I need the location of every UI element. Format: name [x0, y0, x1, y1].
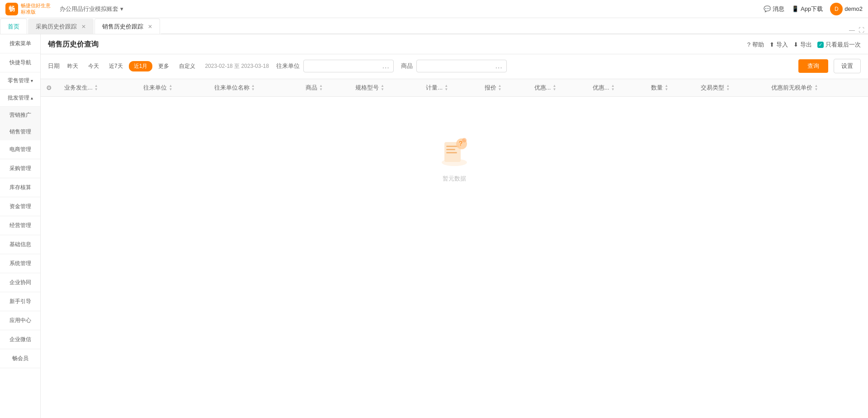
sidebar-item-retail-mgmt[interactable]: 零售管理 ▾ — [0, 72, 40, 90]
sidebar-item-purchase-mgmt[interactable]: 采购管理 — [0, 159, 40, 178]
sidebar-item-quick-nav[interactable]: 快捷导航 — [0, 53, 40, 72]
help-button[interactable]: ? 帮助 — [747, 41, 764, 49]
sidebar-item-vip[interactable]: 畅会员 — [0, 349, 40, 368]
counterparty-input[interactable]: ... — [303, 60, 394, 72]
filter-row-1: 日期 昨天 今天 近7天 近1月 更多 自定义 2023-02-18 至 202… — [48, 59, 861, 73]
product-filter-group: 商品 ... — [401, 60, 507, 72]
import-icon: ⬆ — [769, 41, 774, 48]
logo-icon: 畅 — [5, 3, 18, 15]
sort-arrows-counterparty-name: ▲▼ — [251, 84, 255, 91]
sidebar-item-operations[interactable]: 经营管理 — [0, 216, 40, 235]
filter-bar: 日期 昨天 今天 近7天 近1月 更多 自定义 2023-02-18 至 202… — [41, 54, 868, 79]
workspace-selector[interactable]: 办公用品行业模拟账套 ▾ — [60, 5, 123, 13]
mobile-icon: 📱 — [792, 5, 799, 12]
app-download-button[interactable]: 📱 App下载 — [792, 5, 823, 13]
minimize-icon[interactable]: — — [849, 27, 855, 33]
date-btn-more[interactable]: 更多 — [154, 61, 173, 71]
th-unit[interactable]: 计量... ▲▼ — [420, 79, 479, 97]
top-bar: 畅 畅捷信好生意 标准版 办公用品行业模拟账套 ▾ 💬 消息 📱 App下载 D… — [0, 0, 868, 18]
tab-home[interactable]: 首页 — [0, 19, 27, 34]
th-trade-type[interactable]: 交易类型 ▲▼ — [695, 79, 766, 97]
sidebar-item-system-mgmt[interactable]: 系统管理 — [0, 254, 40, 273]
sort-arrows-pre-tax-price: ▲▼ — [814, 84, 818, 91]
sort-arrows-spec: ▲▼ — [381, 84, 384, 91]
chat-button[interactable]: 💬 消息 — [764, 5, 784, 13]
last-only-checkbox[interactable]: ✓ 只看最后一次 — [817, 41, 861, 49]
sidebar-item-inventory[interactable]: 库存核算 — [0, 178, 40, 197]
tab-close-purchase[interactable]: ✕ — [81, 24, 86, 30]
sort-arrows-discount1: ▲▼ — [552, 84, 556, 91]
empty-text: 暂元数据 — [443, 175, 466, 183]
page-actions: ? 帮助 ⬆ 导入 ⬇ 导出 ✓ 只看最后一次 — [747, 41, 861, 49]
tab-bar: 首页 采购历史价跟踪 ✕ 销售历史价跟踪 ✕ — ⛶ — [0, 18, 868, 34]
svg-rect-4 — [446, 152, 457, 153]
th-discount2[interactable]: 优惠... ▲▼ — [587, 79, 646, 97]
th-quote[interactable]: 报价 ▲▼ — [479, 79, 529, 97]
sort-arrows-unit: ▲▼ — [444, 84, 448, 91]
chat-icon: 💬 — [764, 5, 771, 12]
date-buttons: 昨天 今天 近7天 近1月 更多 自定义 — [63, 61, 199, 71]
date-label: 日期 — [48, 62, 60, 70]
export-button[interactable]: ⬇ 导出 — [793, 41, 812, 49]
date-btn-7days[interactable]: 近7天 — [105, 61, 127, 71]
date-btn-yesterday[interactable]: 昨天 — [63, 61, 82, 71]
chevron-up-icon: ▴ — [31, 95, 33, 100]
tab-sales-history[interactable]: 销售历史价跟踪 ✕ — [94, 19, 160, 34]
help-icon: ? — [747, 41, 750, 48]
sidebar-item-enterprise-collab[interactable]: 企业协同 — [0, 273, 40, 292]
avatar: D — [830, 3, 843, 15]
page-title-row: 销售历史价查询 ? 帮助 ⬆ 导入 ⬇ 导出 ✓ — [48, 40, 861, 54]
svg-point-7 — [462, 138, 467, 142]
logo-area: 畅 畅捷信好生意 标准版 — [5, 3, 51, 15]
data-table: ⚙ 业务发生... ▲▼ 往来单位 ▲▼ — [41, 79, 868, 97]
th-product[interactable]: 商品 ▲▼ — [300, 79, 350, 97]
search-button[interactable]: 查询 — [798, 59, 828, 73]
th-spec[interactable]: 规格型号 ▲▼ — [350, 79, 420, 97]
th-biz-date[interactable]: 业务发生... ▲▼ — [59, 79, 138, 97]
th-pre-tax-price[interactable]: 优惠前无税单价 ▲▼ — [766, 79, 868, 97]
sort-arrows-qty: ▲▼ — [665, 84, 668, 91]
date-btn-custom[interactable]: 自定义 — [175, 61, 199, 71]
main-layout: 搜索菜单 快捷导航 零售管理 ▾ 批发管理 ▴ 营销推广 销售管理 电商管理 采… — [0, 34, 868, 418]
page-header: 销售历史价查询 ? 帮助 ⬆ 导入 ⬇ 导出 ✓ — [41, 34, 868, 54]
th-settings[interactable]: ⚙ — [41, 79, 59, 97]
tab-close-sales[interactable]: ✕ — [148, 24, 152, 30]
filter-settings-button[interactable]: 设置 — [834, 59, 861, 73]
sidebar-item-enterprise-wechat[interactable]: 企业微信 — [0, 330, 40, 349]
svg-text:?: ? — [459, 140, 462, 147]
th-qty[interactable]: 数量 ▲▼ — [646, 79, 695, 97]
maximize-icon[interactable]: ⛶ — [859, 27, 864, 33]
export-icon: ⬇ — [793, 41, 798, 48]
user-menu[interactable]: D demo2 — [830, 3, 863, 15]
top-bar-right: 💬 消息 📱 App下载 D demo2 — [764, 3, 863, 15]
import-button[interactable]: ⬆ 导入 — [769, 41, 788, 49]
date-btn-today[interactable]: 今天 — [84, 61, 103, 71]
sidebar-item-new-guide[interactable]: 新手引导 — [0, 292, 40, 311]
gear-icon[interactable]: ⚙ — [46, 84, 52, 91]
sidebar: 搜索菜单 快捷导航 零售管理 ▾ 批发管理 ▴ 营销推广 销售管理 电商管理 采… — [0, 34, 41, 418]
product-input[interactable]: ... — [416, 60, 507, 72]
sidebar-item-sales-mgmt[interactable]: 销售管理 — [0, 124, 40, 140]
sidebar-item-finance[interactable]: 资金管理 — [0, 197, 40, 216]
counterparty-filter-group: 往来单位 ... — [276, 60, 394, 72]
sidebar-item-basic-info[interactable]: 基础信息 — [0, 235, 40, 254]
product-label: 商品 — [401, 62, 413, 70]
sidebar-item-app-center[interactable]: 应用中心 — [0, 311, 40, 330]
sidebar-item-marketing[interactable]: 营销推广 — [0, 107, 40, 124]
sort-arrows-discount2: ▲▼ — [611, 84, 615, 91]
th-counterparty[interactable]: 往来单位 ▲▼ — [138, 79, 208, 97]
th-counterparty-name[interactable]: 往来单位名称 ▲▼ — [209, 79, 300, 97]
sidebar-item-wholesale-mgmt[interactable]: 批发管理 ▴ — [0, 90, 40, 107]
logo-text: 畅捷信好生意 标准版 — [21, 3, 51, 14]
table-container: ⚙ 业务发生... ▲▼ 往来单位 ▲▼ — [41, 79, 868, 418]
sidebar-item-search-menu[interactable]: 搜索菜单 — [0, 34, 40, 53]
date-range-display: 2023-02-18 至 2023-03-18 — [205, 62, 269, 70]
th-discount1[interactable]: 优惠... ▲▼ — [529, 79, 587, 97]
sort-arrows-counterparty: ▲▼ — [169, 84, 172, 91]
sidebar-item-ecommerce[interactable]: 电商管理 — [0, 140, 40, 159]
tab-purchase-history[interactable]: 采购历史价跟踪 ✕ — [28, 19, 94, 34]
checkbox-icon: ✓ — [817, 42, 824, 48]
empty-illustration: ? — [436, 133, 472, 169]
date-btn-1month[interactable]: 近1月 — [129, 61, 153, 71]
sort-arrows-quote: ▲▼ — [498, 84, 502, 91]
